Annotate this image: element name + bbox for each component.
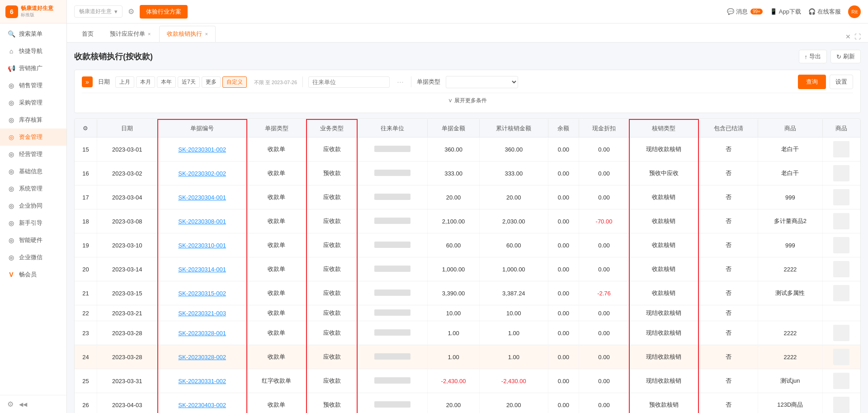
cell-amount: 2,100.00 [428,209,480,233]
tab-home[interactable]: 首页 [74,26,101,42]
cell-cancel-type: 收款核销 [629,257,698,281]
col-product: 商品 [758,119,822,138]
tab-receipt-label: 收款核销执行 [167,30,202,38]
gear-icon[interactable]: ⚙ [128,7,134,16]
cell-amount: -2,430.00 [428,369,480,393]
sidebar-label-search: 搜索菜单 [19,30,42,38]
slip-no-link[interactable]: SK-20230403-002 [178,402,226,408]
filter-more[interactable]: 更多 [202,76,221,88]
sidebar-item-purchase[interactable]: ◎ 采购管理 [0,94,66,111]
slip-no-link[interactable]: SK-20230310-001 [178,242,226,249]
settings-icon[interactable]: ⚙ [7,400,14,408]
cell-discount: 0.00 [579,257,629,281]
brand-selector[interactable]: 畅康道好生意 ▾ [74,5,123,18]
cell-party [357,161,428,185]
cell-cancel-type: 收款核销 [629,185,698,209]
data-table-container: ⚙ 日期 单据编号 单据类型 业务类型 往来单位 单据金额 累计核销金额 余额 … [74,119,861,413]
messages-badge: 99+ [750,9,763,14]
table-row: 19 2023-03-10 SK-20230310-001 收款单 应收款 60… [75,233,860,257]
cell-product: 2222 [758,345,822,369]
cell-balance: 0.00 [548,321,579,345]
cell-slip-type: 收款单 [247,281,307,305]
tab-home-label: 首页 [82,30,94,38]
sidebar-item-quicknav[interactable]: ⌂ 快捷导航 [0,43,66,60]
slip-no-link[interactable]: SK-20230308-001 [178,218,226,225]
cell-seq: 23 [75,321,97,345]
cell-balance: 0.00 [548,161,579,185]
cell-biz-type: 应收款 [307,305,357,321]
cell-accum: 360.00 [479,138,548,161]
cell-discount: 0.00 [579,305,629,321]
industry-btn[interactable]: 体验行业方案 [140,5,188,19]
table-row: 25 2023-03-31 SK-20230331-002 红字收款单 应收款 … [75,369,860,393]
filter-this-year[interactable]: 本年 [157,76,176,88]
sidebar-item-inventory[interactable]: ◎ 库存核算 [0,111,66,128]
filter-last-month[interactable]: 上月 [115,76,134,88]
setting-btn[interactable]: 设置 [830,75,853,89]
sidebar-item-guide[interactable]: ◎ 新手引导 [0,214,66,232]
cell-product-img [822,185,860,209]
cell-biz-type: 应收款 [307,233,357,257]
messages-btn[interactable]: 💬 消息 99+ [727,8,763,16]
filter-bar: » 日期 上月 本月 本年 近7天 更多 自定义 不限 至 2023-07-26 [74,70,861,113]
slip-no-link[interactable]: SK-20230331-002 [178,378,226,385]
cell-accum: 10.00 [479,305,548,321]
sidebar-label-hardware: 智能硬件 [19,236,42,244]
cell-include-settled: 否 [698,305,758,321]
sidebar-item-member[interactable]: V 畅会员 [0,266,66,283]
slip-no-link[interactable]: SK-20230301-002 [178,146,226,153]
sidebar-item-wechat[interactable]: ◎ 企业微信 [0,249,66,266]
filter-this-month[interactable]: 本月 [136,76,155,88]
cell-slip-no: SK-20230315-002 [158,281,247,305]
expand-more-btn[interactable]: ∨ 展开更多条件 [82,93,853,108]
slip-no-link[interactable]: SK-20230328-001 [178,330,226,337]
online-service-btn[interactable]: 🎧 在线客服 [808,8,841,16]
sidebar-item-marketing[interactable]: 📢 营销推广 [0,60,66,77]
sidebar-item-hardware[interactable]: ◎ 智能硬件 [0,232,66,249]
col-amount: 单据金额 [428,119,480,138]
refresh-btn[interactable]: ↻ 刷新 [830,50,861,63]
export-btn[interactable]: ↑ 导出 [799,50,827,63]
slip-no-link[interactable]: SK-20230304-001 [178,194,226,201]
cell-include-settled: 否 [698,257,758,281]
cell-date: 2023-03-28 [97,321,157,345]
inventory-icon: ◎ [7,116,15,123]
collapse-icon[interactable]: ◀◀ [19,401,27,408]
query-btn[interactable]: 查询 [798,75,826,89]
sidebar-item-sales[interactable]: ◎ 销售管理 [0,77,66,94]
slip-no-link[interactable]: SK-20230302-002 [178,170,226,177]
slip-no-link[interactable]: SK-20230328-002 [178,354,226,361]
tab-prepay-close[interactable]: × [148,31,151,37]
cell-biz-type: 应收款 [307,138,357,161]
maximize-icon[interactable]: ⛶ [854,33,861,40]
cell-product: 多计量商品2 [758,209,822,233]
sidebar-item-enterprise[interactable]: ◎ 企业协同 [0,197,66,214]
sidebar-item-operation[interactable]: ◎ 经营管理 [0,146,66,163]
cell-include-settled: 否 [698,209,758,233]
sidebar-item-system[interactable]: ◎ 系统管理 [0,180,66,197]
slip-no-link[interactable]: SK-20230314-001 [178,266,226,273]
sidebar-item-search[interactable]: 🔍 搜索菜单 [0,25,66,43]
col-gear[interactable]: ⚙ [75,119,97,138]
cell-balance: 0.00 [548,233,579,257]
filter-expand-btn[interactable]: » [82,76,93,87]
filter-7days[interactable]: 近7天 [178,76,200,88]
cell-include-settled: 否 [698,321,758,345]
filter-custom[interactable]: 自定义 [222,76,247,88]
close-window-icon[interactable]: ✕ [845,33,851,40]
cell-date: 2023-03-10 [97,233,157,257]
user-avatar[interactable]: Rit [848,5,861,18]
tab-prepay[interactable]: 预计应应付单 × [102,26,158,42]
tab-actions: ✕ ⛶ [845,33,861,42]
sidebar-item-basic[interactable]: ◎ 基础信息 [0,163,66,180]
sidebar-item-finance[interactable]: ◎ 资金管理 [0,128,66,146]
operation-icon: ◎ [7,151,15,158]
slip-no-link[interactable]: SK-20230315-002 [178,290,226,297]
slip-no-link[interactable]: SK-20230321-003 [178,310,226,317]
filter-party-input[interactable] [308,76,390,88]
tab-receipt[interactable]: 收款核销执行 × [159,26,215,42]
sidebar-label-wechat: 企业微信 [19,253,42,261]
app-download-btn[interactable]: 📱 App下载 [770,8,801,16]
tab-receipt-close[interactable]: × [205,31,208,37]
filter-slip-type-select[interactable] [446,76,518,88]
